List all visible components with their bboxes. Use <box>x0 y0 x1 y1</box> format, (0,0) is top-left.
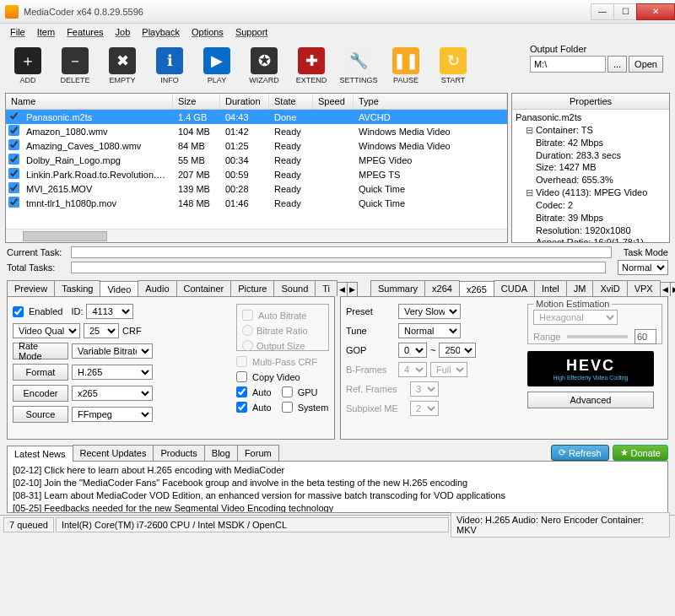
toolbar-delete-button[interactable]: －DELETE <box>52 44 98 88</box>
close-button[interactable]: ✕ <box>636 3 675 20</box>
tab-ti[interactable]: Ti <box>315 280 338 296</box>
advanced-button[interactable]: Advanced <box>527 392 654 408</box>
tab-cuda[interactable]: CUDA <box>494 280 535 296</box>
file-row-checkbox[interactable] <box>8 182 19 193</box>
file-row[interactable]: Linkin.Park.Road.to.Revolution.20...207 … <box>6 167 507 181</box>
tab-vpx[interactable]: VPX <box>627 280 661 296</box>
output-open-button[interactable]: Open <box>629 56 663 73</box>
file-row[interactable]: Panasonic.m2ts1.4 GB04:43DoneAVCHD <box>6 110 507 124</box>
output-folder-input[interactable] <box>530 56 606 73</box>
news-item[interactable]: [08-31] Learn about MediaCoder VOD Editi… <box>13 489 662 502</box>
tab-scroll-arrow[interactable]: ▶ <box>347 282 358 296</box>
video-enabled-checkbox[interactable] <box>13 306 24 317</box>
refresh-button[interactable]: ⟳ Refresh <box>551 445 609 461</box>
bitrate-ratio-radio <box>242 325 253 336</box>
system-checkbox[interactable] <box>282 402 293 413</box>
file-list[interactable]: Name Size Duration State Speed Type Pana… <box>5 93 508 243</box>
video-quality-mode[interactable]: Video Quality <box>13 323 80 338</box>
tab-scroll-arrow[interactable]: ▶ <box>670 282 675 296</box>
menu-features[interactable]: Features <box>62 25 108 39</box>
file-row[interactable]: tmnt-tlr1_h1080p.mov148 MB01:46ReadyQuic… <box>6 196 507 210</box>
tab-picture[interactable]: Picture <box>230 280 274 296</box>
toolbar-pause-button[interactable]: ❚❚PAUSE <box>383 44 429 88</box>
col-size[interactable]: Size <box>173 94 220 109</box>
copy-video-checkbox[interactable] <box>236 371 247 382</box>
toolbar-start-button[interactable]: ↻START <box>430 44 476 88</box>
news-tab-recent-updates[interactable]: Recent Updates <box>73 445 154 461</box>
gpu-checkbox[interactable] <box>282 386 293 397</box>
task-mode-label: Task Mode <box>624 247 668 257</box>
toolbar-play-button[interactable]: ▶PLAY <box>194 44 240 88</box>
tab-summary[interactable]: Summary <box>370 280 425 296</box>
news-tab-blog[interactable]: Blog <box>204 445 238 461</box>
menu-job[interactable]: Job <box>111 25 136 39</box>
toolbar-empty-button[interactable]: ✖EMPTY <box>100 44 145 88</box>
output-browse-button[interactable]: ... <box>608 56 627 73</box>
preset-select[interactable]: Very Slow <box>398 304 461 319</box>
source-select[interactable]: FFmpeg <box>72 407 153 422</box>
toolbar-settings-button[interactable]: 🔧SETTINGS <box>336 44 381 88</box>
file-row[interactable]: Amazon_1080.wmv104 MB01:42ReadyWindows M… <box>6 124 507 138</box>
file-row-checkbox[interactable] <box>8 154 19 165</box>
tune-select[interactable]: Normal <box>398 323 461 338</box>
col-type[interactable]: Type <box>354 94 507 109</box>
source-button[interactable]: Source <box>13 406 68 423</box>
task-mode-select[interactable]: Normal <box>618 260 668 275</box>
format-button[interactable]: Format <box>13 364 68 381</box>
news-item[interactable]: [02-10] Join the "MediaCoder Fans" Faceb… <box>13 477 662 489</box>
auto-encoder-checkbox[interactable] <box>236 386 247 397</box>
file-row[interactable]: Amazing_Caves_1080.wmv84 MB01:25ReadyWin… <box>6 138 507 153</box>
menu-options[interactable]: Options <box>186 25 229 39</box>
tab-audio[interactable]: Audio <box>138 280 176 296</box>
menu-playback[interactable]: Playback <box>137 25 185 39</box>
file-list-scrollbar[interactable] <box>6 229 507 242</box>
file-row-checkbox[interactable] <box>8 125 19 136</box>
encoder-button[interactable]: Encoder <box>13 385 68 402</box>
toolbar-add-button[interactable]: ＋ADD <box>5 44 51 88</box>
col-speed[interactable]: Speed <box>313 94 354 109</box>
news-tab-products[interactable]: Products <box>153 445 204 461</box>
col-name[interactable]: Name <box>6 94 173 109</box>
tab-jm[interactable]: JM <box>566 280 594 296</box>
tab-preview[interactable]: Preview <box>7 280 55 296</box>
file-row[interactable]: Dolby_Rain_Logo.mpg55 MB00:34ReadyMPEG V… <box>6 153 507 167</box>
news-tab-latest-news[interactable]: Latest News <box>7 446 73 462</box>
rate-mode-button[interactable]: Rate Mode <box>13 343 68 359</box>
auto-source-checkbox[interactable] <box>236 402 247 413</box>
news-item[interactable]: [02-12] Click here to learn about H.265 … <box>13 464 662 477</box>
menu-file[interactable]: File <box>5 25 30 39</box>
file-row-checkbox[interactable] <box>8 197 19 208</box>
donate-button[interactable]: ★ Donate <box>613 445 668 461</box>
file-row-checkbox[interactable] <box>8 168 19 179</box>
tab-video[interactable]: Video <box>100 281 138 297</box>
format-select[interactable]: H.265 <box>72 365 153 380</box>
tab-container[interactable]: Container <box>176 280 232 296</box>
tab-intel[interactable]: Intel <box>534 280 567 296</box>
file-row[interactable]: MVI_2615.MOV139 MB00:28ReadyQuick Time <box>6 181 507 196</box>
tab-tasking[interactable]: Tasking <box>54 280 100 296</box>
tab-sound[interactable]: Sound <box>273 280 316 296</box>
toolbar-info-button[interactable]: ℹINFO <box>147 44 192 88</box>
encoder-select[interactable]: x265 <box>72 386 153 401</box>
col-state[interactable]: State <box>269 94 313 109</box>
col-duration[interactable]: Duration <box>220 94 269 109</box>
menu-support[interactable]: Support <box>230 25 273 39</box>
tab-x264[interactable]: x264 <box>424 280 460 296</box>
output-folder-group: Output Folder ... Open <box>530 44 670 73</box>
news-tab-forum[interactable]: Forum <box>237 445 279 461</box>
rate-mode-select[interactable]: Variable Bitrate <box>72 343 153 359</box>
file-row-checkbox[interactable] <box>8 139 19 150</box>
maximize-button[interactable]: ☐ <box>613 3 637 20</box>
toolbar-wizard-button[interactable]: ✪WIZARD <box>241 44 287 88</box>
file-row-checkbox[interactable] <box>8 111 19 122</box>
minimize-button[interactable]: — <box>591 3 614 20</box>
video-quality-value[interactable]: 25 <box>84 323 119 338</box>
news-box[interactable]: [02-12] Click here to learn about H.265 … <box>7 461 668 513</box>
video-id-select[interactable]: 4113 <box>86 304 133 319</box>
toolbar-extend-button[interactable]: ✚EXTEND <box>289 44 334 88</box>
tab-xvid[interactable]: XviD <box>592 280 627 296</box>
tab-x265[interactable]: x265 <box>459 281 494 297</box>
gop-min-select[interactable]: 0 <box>398 343 427 358</box>
menu-item[interactable]: Item <box>32 25 60 39</box>
gop-max-select[interactable]: 250 <box>439 343 476 358</box>
